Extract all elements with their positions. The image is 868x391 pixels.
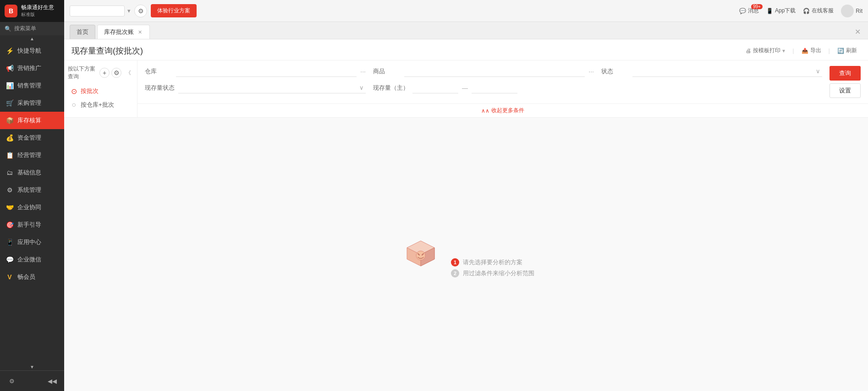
warehouse-label: 仓库 bbox=[145, 67, 172, 76]
product-filter: 商品 ··· bbox=[373, 66, 594, 77]
filter-fields: 仓库 ··· 商品 ··· 状态 bbox=[137, 60, 830, 103]
print-dropdown-icon: ▾ bbox=[782, 48, 785, 54]
scheme-settings-icon: ⚙ bbox=[114, 69, 120, 76]
close-all-tabs-btn[interactable]: ✕ bbox=[853, 26, 863, 38]
sidebar-item-purchase[interactable]: 🛒 采购管理 bbox=[0, 94, 64, 112]
status-label: 状态 bbox=[601, 67, 629, 76]
system-icon: ⚙ bbox=[5, 186, 14, 194]
stock-status-dropdown[interactable]: ∨ bbox=[178, 82, 366, 93]
export-icon: 📤 bbox=[802, 48, 808, 54]
status-dropdown[interactable]: ∨ bbox=[632, 66, 822, 77]
scheme-panel-actions: + ⚙ 《 bbox=[99, 68, 133, 78]
sidebar: B 畅康通好生意 标准版 🔍 搜索菜单 ▲ ⚡ 快捷导航 📢 营销推广 📊 销售… bbox=[0, 0, 64, 391]
sidebar-footer: ⚙ ◀◀ bbox=[0, 370, 64, 391]
scheme-panel: 按以下方案查询 + ⚙ 《 bbox=[64, 60, 137, 117]
topbar-gear-btn[interactable]: ⚙ bbox=[134, 5, 147, 17]
warehouse-input[interactable] bbox=[176, 66, 357, 77]
page-title: 现存量查询(按批次) bbox=[71, 45, 143, 56]
tab-batch-account[interactable]: 库存批次账 ✕ bbox=[97, 25, 150, 39]
sidebar-item-newbie[interactable]: 🎯 新手引导 bbox=[0, 216, 64, 234]
stock-main-min-input[interactable] bbox=[412, 82, 458, 93]
stock-main-filter: 现存量（主） — bbox=[373, 82, 594, 93]
topbar-right: 💬 消息 99+ 📱 App下载 🎧 在线客服 Rit bbox=[739, 5, 863, 17]
scheme-item-by-batch[interactable]: ⊙ 按批次 bbox=[68, 84, 133, 98]
sidebar-item-basic[interactable]: 🗂 基础信息 bbox=[0, 164, 64, 181]
filter-fields-query: 仓库 ··· 商品 ··· 状态 bbox=[137, 60, 868, 103]
filter-settings-btn[interactable]: 设置 bbox=[830, 83, 861, 98]
print-template-btn[interactable]: 🖨 按模板打印 ▾ bbox=[742, 45, 789, 56]
refresh-icon: 🔄 bbox=[837, 48, 844, 54]
inventory-icon: 📦 bbox=[5, 116, 14, 125]
scheme-settings-btn[interactable]: ⚙ bbox=[111, 68, 121, 78]
stock-status-filter: 现存量状态 ∨ bbox=[145, 82, 366, 93]
sidebar-search[interactable]: 🔍 搜索菜单 bbox=[0, 22, 64, 35]
warehouse-dots-btn[interactable]: ··· bbox=[360, 68, 366, 75]
stock-status-dropdown-arrow: ∨ bbox=[359, 84, 364, 91]
message-btn[interactable]: 💬 消息 99+ bbox=[739, 7, 759, 15]
empty-text-list: 1 请先选择要分析的方案 2 用过滤条件来缩小分析范围 bbox=[451, 258, 534, 277]
user-area[interactable]: Rit bbox=[841, 5, 863, 17]
sidebar-item-enterprise[interactable]: 🤝 企业协同 bbox=[0, 199, 64, 216]
page-header: 现存量查询(按批次) 🖨 按模板打印 ▾ | 📤 导出 | 🔄 刷新 bbox=[64, 39, 868, 60]
topbar-chevron-icon[interactable]: ▾ bbox=[127, 7, 131, 14]
product-label: 商品 bbox=[373, 67, 401, 76]
sidebar-item-wechat[interactable]: 💬 企业微信 bbox=[0, 251, 64, 268]
scroll-down-arrow[interactable]: ▼ bbox=[0, 364, 64, 370]
main-area: ▾ ⚙ 体验行业方案 💬 消息 99+ 📱 App下载 🎧 在线客服 Rit bbox=[64, 0, 868, 391]
purchase-icon: 🛒 bbox=[5, 99, 14, 107]
message-badge: 99+ bbox=[751, 4, 763, 9]
collapse-more-btn[interactable]: ∧∧ 收起更多条件 bbox=[137, 103, 868, 117]
sidebar-item-vip[interactable]: V 畅会员 bbox=[0, 268, 64, 286]
scheme-inactive-icon: ○ bbox=[70, 101, 78, 109]
trial-btn[interactable]: 体验行业方案 bbox=[151, 4, 197, 17]
filter-row-2: 现存量状态 ∨ 现存量（主） — bbox=[145, 82, 822, 93]
app-download-btn[interactable]: 📱 App下载 bbox=[766, 7, 796, 15]
sidebar-item-marketing[interactable]: 📢 营销推广 bbox=[0, 60, 64, 77]
export-btn[interactable]: 📤 导出 bbox=[798, 45, 825, 56]
product-input[interactable] bbox=[404, 66, 585, 77]
tabs-bar: 首页 库存批次账 ✕ ✕ bbox=[64, 22, 868, 39]
stock-main-label: 现存量（主） bbox=[373, 84, 409, 92]
vip-icon: V bbox=[5, 273, 14, 281]
sidebar-item-finance[interactable]: 💰 资金管理 bbox=[0, 129, 64, 147]
operations-icon: 📋 bbox=[5, 151, 14, 159]
add-scheme-icon: + bbox=[103, 69, 106, 76]
empty-hint-2: 2 用过滤条件来缩小分析范围 bbox=[451, 269, 534, 277]
scroll-up-arrow[interactable]: ▲ bbox=[0, 35, 64, 42]
hint-num-1: 1 bbox=[451, 258, 459, 266]
action-divider-2: | bbox=[829, 47, 830, 54]
basic-icon: 🗂 bbox=[5, 168, 14, 177]
sidebar-item-quick-nav[interactable]: ⚡ 快捷导航 bbox=[0, 42, 64, 60]
add-scheme-btn[interactable]: + bbox=[99, 68, 110, 78]
finance-icon: 💰 bbox=[5, 134, 14, 142]
sidebar-item-system[interactable]: ⚙ 系统管理 bbox=[0, 181, 64, 199]
settings-footer-btn[interactable]: ⚙ bbox=[5, 375, 18, 387]
collapse-scheme-btn[interactable]: 《 bbox=[123, 68, 133, 78]
sidebar-item-inventory[interactable]: 📦 库存核算 bbox=[0, 112, 64, 129]
print-icon: 🖨 bbox=[746, 48, 751, 54]
sidebar-item-app-center[interactable]: 📱 应用中心 bbox=[0, 234, 64, 251]
sidebar-item-operations[interactable]: 📋 经营管理 bbox=[0, 147, 64, 164]
stock-main-dash: — bbox=[462, 85, 468, 92]
collapse-sidebar-btn[interactable]: ◀◀ bbox=[46, 375, 59, 387]
stock-main-max-input[interactable] bbox=[472, 82, 517, 93]
sidebar-nav: ⚡ 快捷导航 📢 营销推广 📊 销售管理 🛒 采购管理 📦 库存核算 💰 资金管… bbox=[0, 42, 64, 364]
filter-row-1: 仓库 ··· 商品 ··· 状态 bbox=[145, 66, 822, 77]
scheme-panel-title: 按以下方案查询 bbox=[68, 65, 99, 81]
wechat-icon: 💬 bbox=[5, 255, 14, 264]
tab-home[interactable]: 首页 bbox=[70, 25, 95, 39]
filter-fields-container: 仓库 ··· 商品 ··· 状态 bbox=[137, 60, 868, 117]
product-dots-btn[interactable]: ··· bbox=[588, 68, 594, 75]
query-btn[interactable]: 查询 bbox=[830, 66, 861, 81]
status-filter: 状态 ∨ bbox=[601, 66, 822, 77]
empty-state: 1 请先选择要分析的方案 2 用过滤条件来缩小分析范围 bbox=[64, 118, 868, 391]
sales-icon: 📊 bbox=[5, 81, 14, 90]
tab-close-btn[interactable]: ✕ bbox=[137, 29, 143, 35]
message-icon: 💬 bbox=[739, 8, 746, 14]
online-service-btn[interactable]: 🎧 在线客服 bbox=[803, 7, 834, 15]
scheme-item-by-warehouse-batch[interactable]: ○ 按仓库+批次 bbox=[68, 98, 133, 112]
stock-status-label: 现存量状态 bbox=[145, 84, 175, 92]
refresh-btn[interactable]: 🔄 刷新 bbox=[834, 45, 861, 56]
sidebar-item-sales[interactable]: 📊 销售管理 bbox=[0, 77, 64, 94]
topbar-search-input[interactable] bbox=[70, 5, 125, 16]
